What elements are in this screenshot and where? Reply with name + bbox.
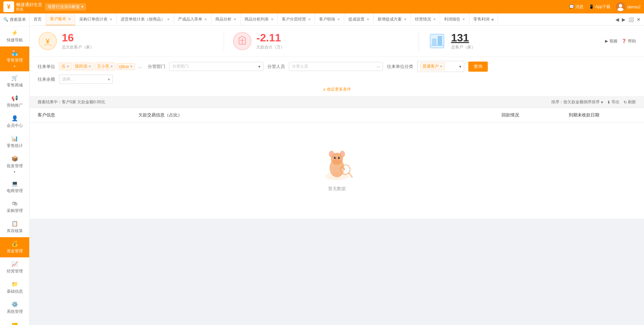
sidebar-item-finance[interactable]: 💰 资金管理 xyxy=(0,237,29,257)
help-link[interactable]: ❓ 帮助 xyxy=(621,38,636,44)
tab-incoming-stat[interactable]: 进货单统计表（按商品） ✕ xyxy=(117,13,174,26)
tab-close-product-analysis-list[interactable]: ✕ xyxy=(271,17,273,21)
sidebar-search[interactable]: 🔍 搜索菜单 xyxy=(0,13,29,26)
filter-tag-wang: 王小亮 ✕ xyxy=(95,63,115,70)
balance-expand-icon: ▾ xyxy=(108,77,110,82)
sidebar-item-system[interactable]: ⚙️ 系统管理 xyxy=(0,298,29,318)
export-icon: ⬇ xyxy=(607,100,610,105)
dept-expand-icon: ▾ xyxy=(258,64,260,69)
remove-tag-chen[interactable]: ✕ xyxy=(88,65,91,68)
wholesale-icon: 📦 xyxy=(11,155,18,162)
stat-divider-1 xyxy=(224,31,224,51)
stats-icon: 📊 xyxy=(11,135,18,142)
sidebar-quick-nav[interactable]: ⚡ 快捷导航 xyxy=(0,26,29,46)
balance-filter-input[interactable]: 选择... ▾ xyxy=(59,75,113,84)
search-icon: 🔍 xyxy=(3,17,8,22)
remove-tag-wang[interactable]: ✕ xyxy=(110,65,113,68)
sidebar-item-ecommerce[interactable]: 💻 电商管理 xyxy=(0,177,29,197)
inventory-icon: 📋 xyxy=(11,220,18,227)
svg-point-19 xyxy=(338,157,340,159)
tab-close-new-improve[interactable]: ✕ xyxy=(404,17,406,21)
download-icon: 📱 xyxy=(589,4,594,9)
tab-close-product-inbound[interactable]: ✕ xyxy=(204,17,207,21)
chevron-down-icon: ▾ xyxy=(81,4,83,9)
app-download-button[interactable]: 📱 App下载 xyxy=(589,4,610,10)
manager-filter-select[interactable]: 分管人员 ··· xyxy=(289,62,383,71)
total-customers-icon xyxy=(427,31,447,51)
chevron-down-icon: ▾ xyxy=(14,65,15,68)
empty-state: 暂无数据 xyxy=(30,122,644,219)
refresh-button[interactable]: ↻ 刷新 xyxy=(624,99,636,105)
sidebar-item-retail-stats[interactable]: 📊 零售统计 xyxy=(0,132,29,152)
stat-divider-2 xyxy=(419,31,419,51)
top-bar-right: 💬 消息 📱 App下载 demo2 xyxy=(569,2,641,11)
basic-info-icon: 📁 xyxy=(11,281,18,287)
remove-unit-class[interactable]: ✕ xyxy=(440,65,442,68)
tab-product-inbound[interactable]: 产成品入库单 ✕ xyxy=(174,13,211,26)
mall-icon: 🛒 xyxy=(11,75,18,81)
system-icon: ⚙️ xyxy=(11,301,18,308)
tab-scroll-right[interactable]: ▶ xyxy=(621,16,626,23)
dept-filter-label: 分管部门 xyxy=(148,64,165,70)
tab-new-improve[interactable]: 新增提成方案 ✕ xyxy=(374,13,411,26)
tab-maximize[interactable]: ⬜ xyxy=(628,16,635,23)
sort-select[interactable]: 排序：按欠款金额倒序排序 ▾ xyxy=(551,99,603,105)
sidebar-item-ops[interactable]: 📈 经营管理 xyxy=(0,257,29,278)
sidebar-item-retail-mall[interactable]: 🛒 零售商城 xyxy=(0,71,29,92)
table-header: 客户信息 欠款交易信息（占比） 回款情况 到期未收款日期 xyxy=(30,108,644,122)
workspace-dropdown[interactable]: 母婴行业演示帐套 ▾ xyxy=(45,3,86,10)
user-avatar-button[interactable]: demo2 xyxy=(616,2,641,11)
tab-close-business-status[interactable]: ✕ xyxy=(433,17,436,21)
collapse-button[interactable]: ∧ 收起更多条件 xyxy=(323,86,351,92)
sort-expand-icon: ▾ xyxy=(601,100,603,105)
tab-close-improve-settings[interactable]: ✕ xyxy=(367,17,369,21)
sidebar-item-member[interactable]: 👤 会员中心 xyxy=(0,112,29,132)
filter-tag-more[interactable]: ... xyxy=(136,64,144,70)
sidebar-item-purchase[interactable]: 🛍 采购管理 xyxy=(0,197,29,217)
tab-close-all[interactable]: ✕ xyxy=(636,16,641,23)
tab-close-customer-contact[interactable]: ✕ xyxy=(337,17,340,21)
tab-product-analysis-list[interactable]: 商品分析列表 ✕ xyxy=(241,13,278,26)
tab-customer-contact[interactable]: 客户联络 ✕ xyxy=(315,13,344,26)
tab-business-status[interactable]: 经营情况 ✕ xyxy=(411,13,440,26)
sidebar-item-marketing[interactable]: 📢 营销推广 xyxy=(0,92,29,112)
export-button[interactable]: ⬇ 导出 xyxy=(607,99,619,105)
tab-close-profit-report[interactable]: ✕ xyxy=(462,17,465,21)
tab-close-product-analysis[interactable]: ✕ xyxy=(233,17,236,21)
tab-close-purchase-order-stat[interactable]: ✕ xyxy=(110,17,112,21)
sidebar-item-inventory[interactable]: 📋 库存核算 xyxy=(0,217,29,237)
dept-filter-select[interactable]: 分管部门 ▾ xyxy=(169,62,263,71)
sidebar-item-wholesale[interactable]: 📦 批发管理 ▾ xyxy=(0,152,29,177)
query-button[interactable]: 查询 xyxy=(468,62,488,72)
tab-retail-profit[interactable]: 零售利润 ◀ xyxy=(469,13,498,26)
tab-product-analysis[interactable]: 商品分析 ✕ xyxy=(211,13,241,26)
avatar xyxy=(616,2,625,11)
tab-purchase-order-stat[interactable]: 采购订单统计表 ✕ xyxy=(75,13,117,26)
top-bar: ¥ 畅捷通好生意 标版 母婴行业演示帐套 ▾ 💬 消息 📱 App下载 xyxy=(0,0,644,13)
message-button[interactable]: 💬 消息 xyxy=(569,4,584,10)
unit-class-select[interactable]: 普通客户 ✕ ▾ xyxy=(417,61,464,72)
stat-help-area: ▶ 视频 ❓ 帮助 xyxy=(605,38,636,44)
remove-tag-wu[interactable]: ✕ xyxy=(67,65,69,68)
tab-bar: 首页 客户账本 ✕ 采购订单统计表 ✕ 进货单统计表（按商品） ✕ 产成品入库单… xyxy=(30,13,644,26)
video-link[interactable]: ▶ 视频 xyxy=(605,38,617,44)
tab-close-customer-capital[interactable]: ✕ xyxy=(68,17,71,21)
remove-tag-cjttcw[interactable]: ✕ xyxy=(130,65,133,68)
unit-class-expand-icon: ▾ xyxy=(459,64,461,69)
tab-close-incoming-stat[interactable]: ✕ xyxy=(167,17,170,21)
tab-customer-capital[interactable]: 客户账本 ✕ xyxy=(46,13,75,26)
tab-customer-tier[interactable]: 客户分层经营 ✕ xyxy=(278,13,315,26)
tab-scroll-left[interactable]: ◀ xyxy=(615,16,620,23)
logo-area: ¥ 畅捷通好生意 标版 xyxy=(3,1,42,12)
debt-customers-icon: ¥ xyxy=(38,31,58,51)
tab-profit-report[interactable]: 利润报告 ✕ xyxy=(440,13,469,26)
tab-home[interactable]: 首页 xyxy=(30,13,46,26)
debt-amount-value: -2.11 xyxy=(256,32,285,43)
tab-close-customer-tier[interactable]: ✕ xyxy=(308,17,311,21)
tab-improve-settings[interactable]: 提成设置 ✕ xyxy=(344,13,374,26)
stat-total-customers: 131 总客户（家） xyxy=(427,31,605,51)
sidebar-item-retail-mgmt[interactable]: 🏪 零售管理 ▾ xyxy=(0,46,29,71)
purchase-icon: 🛍 xyxy=(12,201,17,207)
sidebar-item-enterprise[interactable]: 🤝 企业协同 xyxy=(0,318,29,325)
sidebar-item-basic-info[interactable]: 📁 基础信息 xyxy=(0,278,29,298)
